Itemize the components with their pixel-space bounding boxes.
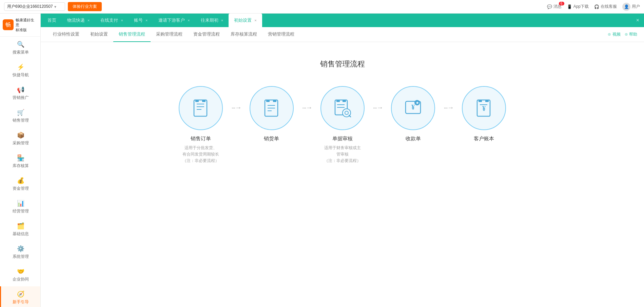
subtab-industry-label: 行业特性设置: [53, 31, 79, 37]
operations-icon: 📊: [17, 200, 24, 207]
online-service-item[interactable]: 🎧 在线客服: [594, 4, 617, 9]
subtab-sales-flow[interactable]: 销售管理流程: [113, 27, 151, 42]
tab-invite[interactable]: 邀请下游客户 ×: [153, 14, 195, 27]
finance-icon: 💰: [17, 177, 24, 184]
sidebar-item-quicknav[interactable]: ⚡ 快捷导航: [0, 59, 40, 82]
svg-rect-8: [273, 100, 276, 102]
tab-payment-close[interactable]: ×: [121, 18, 123, 22]
subtab-finance-flow[interactable]: 资金管理流程: [188, 27, 225, 42]
sidebar-item-collab[interactable]: 🤝 企业协同: [0, 264, 40, 286]
flow-circle-receipt: ¥ ★: [391, 86, 435, 130]
message-icon-item[interactable]: 💬 消息 6: [547, 4, 562, 9]
tab-invite-close[interactable]: ×: [188, 18, 190, 22]
avatar: 👤: [622, 3, 630, 11]
tab-invite-label: 邀请下游客户: [158, 17, 185, 23]
sidebar-item-basic[interactable]: 🗂️ 基础信息: [0, 218, 40, 241]
collab-icon: 🤝: [17, 268, 24, 275]
system-icon: ⚙️: [17, 245, 24, 252]
user-select[interactable]: 用户690企业1660120507 ▾: [4, 2, 65, 11]
app-body: 畅 畅康通好生意 标准版 🔍 搜索菜单 ⚡ 快捷导航 📢 营销推广 🛒 销售管理…: [0, 14, 644, 307]
arrow-icon-3: ···→: [373, 104, 383, 111]
user-select-label: 用户690企业1660120507: [7, 4, 53, 9]
flow-arrow-2: ···→: [302, 86, 312, 111]
sidebar-item-purchase[interactable]: 📦 采购管理: [0, 127, 40, 150]
tab-period-label: 往来期初: [201, 17, 218, 23]
logo-text: 畅康通好生意 标准版: [16, 18, 38, 32]
sidebar-label-purchase: 采购管理: [13, 140, 29, 146]
sidebar-label-inventory: 库存核算: [13, 163, 29, 169]
tab-logistics-close[interactable]: ×: [87, 18, 90, 22]
sidebar-label-marketing: 营销推广: [13, 95, 29, 101]
sidebar-item-marketing[interactable]: 📢 营销推广: [0, 82, 40, 105]
flow-step-review: 单据审核 适用于财务审核或主管审核（注：非必要流程）: [312, 86, 373, 164]
subtab-purchase-flow[interactable]: 采购管理流程: [151, 27, 188, 42]
help-link[interactable]: ⊙ 帮助: [625, 32, 637, 37]
flow-arrow-1: ···→: [231, 86, 241, 111]
sidebar-item-inventory[interactable]: 🏪 库存核算: [0, 150, 40, 173]
top-bar-left: 用户690企业1660120507 ▾ 体验行业方案: [4, 2, 102, 11]
sidebar-item-operations[interactable]: 📊 经营管理: [0, 196, 40, 218]
sidebar-item-finance[interactable]: 💰 资金管理: [0, 173, 40, 196]
flow-label-invoice: 销货单: [264, 136, 279, 142]
arrow-icon-4: ···→: [444, 104, 453, 111]
avatar-icon: 👤: [624, 4, 629, 9]
svg-rect-13: [336, 100, 340, 102]
sidebar-label-sales: 销售管理: [13, 118, 29, 123]
tab-home-label: 首页: [47, 17, 56, 23]
flow-diagram: 销售订单 适用于分批发货、有合同发货周期较长（注：非必要流程） ···→: [47, 86, 637, 164]
guide-icon: 🧭: [17, 290, 24, 298]
flow-circle-review: [320, 86, 365, 130]
top-bar: 用户690企业1660120507 ▾ 体验行业方案 💬 消息 6 📱 App下…: [0, 0, 644, 14]
sidebar-item-search[interactable]: 🔍 搜索菜单: [0, 37, 40, 59]
logo-area: 畅 畅康通好生意 标准版: [0, 14, 40, 37]
app-download-label: App下载: [573, 4, 589, 9]
sidebar-label-system: 系统管理: [13, 254, 29, 260]
svg-rect-26: [485, 100, 489, 102]
arrow-icon-1: ···→: [231, 104, 241, 111]
sidebar-item-guide[interactable]: 🧭 新手引导: [0, 286, 40, 307]
subtab-inventory-flow[interactable]: 库存核算流程: [225, 27, 262, 42]
logo-line2: 标准版: [16, 27, 38, 32]
sales-icon: 🛒: [17, 109, 24, 116]
sidebar-label-collab: 企业协同: [13, 277, 29, 282]
subtab-inventory-flow-label: 库存核算流程: [231, 31, 257, 37]
sidebar-label-finance: 资金管理: [13, 186, 29, 191]
svg-rect-14: [343, 100, 346, 102]
trial-button[interactable]: 体验行业方案: [68, 2, 102, 11]
page-title: 销售管理流程: [47, 59, 637, 69]
flow-step-sales-order: 销售订单 适用于分批发货、有合同发货周期较长（注：非必要流程）: [170, 86, 231, 164]
tab-period[interactable]: 往来期初 ×: [195, 14, 229, 27]
video-link[interactable]: ⊙ 视频: [608, 32, 620, 37]
app-download-item[interactable]: 📱 App下载: [567, 4, 589, 9]
subtab-industry[interactable]: 行业特性设置: [47, 27, 85, 42]
sidebar: 畅 畅康通好生意 标准版 🔍 搜索菜单 ⚡ 快捷导航 📢 营销推广 🛒 销售管理…: [0, 14, 41, 307]
tab-period-close[interactable]: ×: [221, 18, 223, 22]
user-name-label: 用户: [632, 4, 640, 9]
sidebar-label-guide: 新手引导: [13, 299, 29, 305]
user-menu-item[interactable]: 👤 用户: [622, 3, 640, 11]
subtab-init[interactable]: 初始设置: [85, 27, 113, 42]
subtab-purchase-flow-label: 采购管理流程: [156, 31, 182, 37]
online-service-label: 在线客服: [601, 4, 617, 9]
quicknav-icon: ⚡: [17, 63, 24, 71]
tab-initial[interactable]: 初始设置 ×: [229, 14, 262, 27]
nav-close-all[interactable]: ×: [633, 17, 643, 23]
flow-label-review: 单据审核: [332, 136, 353, 142]
tab-account-close[interactable]: ×: [145, 18, 148, 22]
tab-payment[interactable]: 在线支付 ×: [95, 14, 128, 27]
sidebar-item-sales[interactable]: 🛒 销售管理: [0, 105, 40, 127]
logo-line1: 畅康通好生意: [16, 18, 38, 27]
tab-initial-label: 初始设置: [234, 17, 252, 23]
flow-label-customer-account: 客户账本: [474, 136, 494, 142]
subtab-sales-flow-label: 销售管理流程: [119, 31, 145, 37]
tab-home[interactable]: 首页: [42, 14, 62, 27]
dropdown-arrow: ▾: [54, 4, 56, 9]
tab-logistics[interactable]: 物流快递 ×: [62, 14, 95, 27]
flow-step-invoice: 销货单: [241, 86, 302, 145]
tab-initial-close[interactable]: ×: [254, 18, 256, 22]
tab-account[interactable]: 账号 ×: [129, 14, 153, 27]
tab-payment-label: 在线支付: [100, 17, 118, 23]
subtab-marketing-flow[interactable]: 营销管理流程: [262, 27, 300, 42]
flow-arrow-4: ···→: [444, 86, 453, 111]
sidebar-item-system[interactable]: ⚙️ 系统管理: [0, 241, 40, 264]
